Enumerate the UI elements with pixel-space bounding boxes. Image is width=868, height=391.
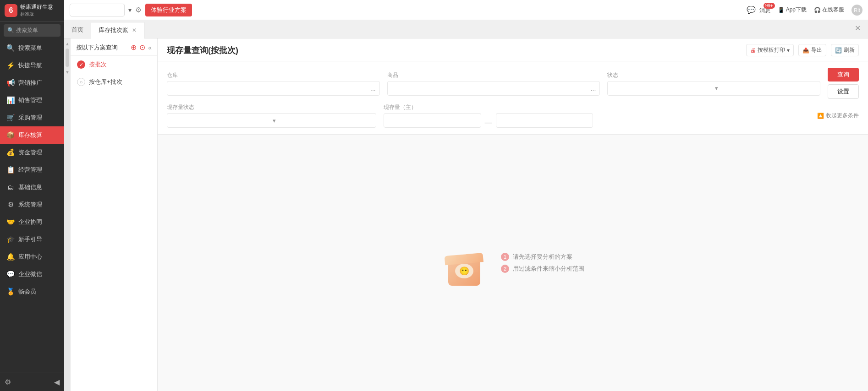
user-menu[interactable]: Rit bbox=[852, 5, 863, 16]
export-label: 导出 bbox=[811, 46, 822, 54]
stock-status-select[interactable]: ▾ bbox=[167, 113, 376, 128]
sidebar-item-basic[interactable]: 🗂基础信息 bbox=[0, 179, 64, 196]
print-dropdown-icon: ▾ bbox=[787, 47, 790, 54]
topbar-gear-icon[interactable]: ⚙ bbox=[135, 5, 142, 14]
scroll-down-btn[interactable]: ▼ bbox=[64, 69, 71, 75]
sidebar-item-appstore[interactable]: 🔔应用中心 bbox=[0, 248, 64, 266]
collapse-sidebar-icon[interactable]: ◀ bbox=[54, 378, 60, 386]
app-name: 畅康通好生意 bbox=[20, 4, 53, 11]
nav-label-shortcut: 快捷导航 bbox=[18, 61, 42, 70]
plan-item-by_wh_batch[interactable]: ○按仓库+批次 bbox=[71, 73, 157, 91]
topbar-dropdown-btn[interactable]: ▾ bbox=[128, 6, 132, 14]
sidebar-item-marketing[interactable]: 📢营销推广 bbox=[0, 74, 64, 92]
scroll-up-btn[interactable]: ▲ bbox=[64, 40, 71, 47]
online-service-btn[interactable]: 🎧 在线客服 bbox=[814, 6, 844, 14]
filter-area: 仓库 ... 商品 ... bbox=[158, 61, 868, 135]
nav-icon-marketing: 📢 bbox=[6, 79, 15, 87]
nav-icon-wechat: 💬 bbox=[6, 270, 15, 278]
status-select[interactable]: ▾ bbox=[607, 81, 820, 96]
settings-footer-icon[interactable]: ⚙ bbox=[5, 378, 11, 386]
product-dots-btn[interactable]: ... bbox=[591, 85, 596, 92]
warehouse-dots-btn[interactable]: ... bbox=[370, 85, 376, 92]
page-title: 现存量查询(按批次) bbox=[167, 45, 238, 56]
collapse-up-icon: 🔼 bbox=[817, 113, 824, 119]
close-panel-btn[interactable]: ✕ bbox=[855, 24, 861, 33]
nav-icon-search: 🔍 bbox=[6, 44, 15, 52]
left-panel-header: 按以下方案查询 ⊕ ⊙ « bbox=[71, 38, 157, 56]
sidebar-search[interactable]: 🔍 搜索菜单 bbox=[4, 24, 60, 37]
sidebar-item-system[interactable]: ⚙系统管理 bbox=[0, 196, 64, 213]
query-button[interactable]: 查询 bbox=[828, 68, 859, 81]
app-download-btn[interactable]: 📱 App下载 bbox=[778, 6, 807, 14]
sidebar-item-sales[interactable]: 📊销售管理 bbox=[0, 92, 64, 109]
left-panel: 按以下方案查询 ⊕ ⊙ « ✓按批次○按仓库+批次 bbox=[71, 38, 158, 391]
topbar-right: 💬 99+ 消息 📱 App下载 🎧 在线客服 Rit bbox=[747, 5, 863, 16]
hint-num-2: 2 bbox=[501, 265, 509, 273]
settings-button[interactable]: 设置 bbox=[828, 84, 859, 99]
box-face: 😶 bbox=[455, 264, 473, 278]
main-area: ▾ ⚙ 体验行业方案 💬 99+ 消息 📱 App下载 🎧 在线客服 Rit bbox=[64, 0, 868, 391]
warehouse-input[interactable] bbox=[171, 85, 368, 92]
nav-label-search: 搜索菜单 bbox=[18, 44, 42, 52]
product-label: 商品 bbox=[387, 71, 600, 79]
nav-label-member: 畅会员 bbox=[18, 288, 36, 296]
filter-action-btns: 查询 设置 bbox=[828, 68, 859, 99]
sidebar-item-purchase[interactable]: 🛒采购管理 bbox=[0, 109, 64, 126]
status-filter-group: 状态 ▾ bbox=[607, 71, 820, 96]
empty-state: 😶 1 请先选择要分析的方案 2 用过滤条件来缩小分析范围 bbox=[158, 135, 868, 391]
settings-plan-icon[interactable]: ⊙ bbox=[139, 43, 145, 52]
nav-label-wechat: 企业微信 bbox=[18, 270, 42, 278]
refresh-btn[interactable]: 🔄 刷新 bbox=[831, 44, 859, 56]
sidebar-item-newbie[interactable]: 🎓新手引导 bbox=[0, 231, 64, 248]
stock-status-label: 现存量状态 bbox=[167, 103, 376, 111]
product-input[interactable] bbox=[391, 85, 589, 92]
sidebar-logo: 6 bbox=[5, 4, 17, 17]
plan-label-by_batch: 按批次 bbox=[89, 60, 107, 69]
print-icon: 🖨 bbox=[750, 47, 756, 54]
sidebar-item-wechat[interactable]: 💬企业微信 bbox=[0, 266, 64, 283]
nav-label-basic: 基础信息 bbox=[18, 183, 42, 191]
search-icon: 🔍 bbox=[7, 27, 14, 33]
tab-close-inventory[interactable]: ✕ bbox=[132, 27, 137, 33]
sidebar-item-inventory[interactable]: 📦库存核算 bbox=[0, 126, 64, 144]
tabbar: 首页库存批次账✕✕ bbox=[64, 20, 868, 38]
print-btn[interactable]: 🖨 按模板打印 ▾ bbox=[746, 44, 794, 56]
phone-icon: 📱 bbox=[778, 7, 785, 13]
tab-inventory[interactable]: 库存批次账✕ bbox=[91, 22, 144, 38]
nav-icon-sales: 📊 bbox=[6, 96, 15, 104]
sidebar-item-search[interactable]: 🔍搜索菜单 bbox=[0, 39, 64, 57]
refresh-icon: 🔄 bbox=[835, 47, 842, 54]
stock-qty-filter-group: 现存量（主） — bbox=[384, 103, 593, 128]
plan-item-by_batch[interactable]: ✓按批次 bbox=[71, 56, 157, 73]
status-chevron-icon: ▾ bbox=[715, 85, 816, 92]
tab-home[interactable]: 首页 bbox=[64, 22, 91, 38]
stock-qty-label: 现存量（主） bbox=[384, 103, 593, 111]
status-label: 状态 bbox=[607, 71, 820, 79]
sidebar-item-operation[interactable]: 📋经营管理 bbox=[0, 161, 64, 179]
stock-qty-min-wrap bbox=[384, 113, 481, 128]
collapse-label: 收起更多条件 bbox=[826, 112, 859, 119]
nav-label-purchase: 采购管理 bbox=[18, 114, 42, 122]
topbar-left: ▾ ⚙ 体验行业方案 bbox=[70, 4, 742, 16]
message-btn[interactable]: 💬 99+ 消息 bbox=[747, 5, 770, 15]
nav-label-marketing: 营销推广 bbox=[18, 79, 42, 87]
nav-icon-member: 🏅 bbox=[6, 288, 15, 296]
sidebar-item-member[interactable]: 🏅畅会员 bbox=[0, 283, 64, 300]
stock-qty-min-input[interactable] bbox=[388, 117, 477, 124]
sidebar-item-finance[interactable]: 💰资金管理 bbox=[0, 144, 64, 161]
collapse-panel-icon[interactable]: « bbox=[148, 44, 152, 51]
tab-label-inventory: 库存批次账 bbox=[99, 26, 128, 34]
export-icon: 📤 bbox=[802, 47, 809, 54]
export-btn[interactable]: 📤 导出 bbox=[798, 44, 826, 56]
trial-button[interactable]: 体验行业方案 bbox=[145, 4, 192, 16]
topbar: ▾ ⚙ 体验行业方案 💬 99+ 消息 📱 App下载 🎧 在线客服 Rit bbox=[64, 0, 868, 20]
sidebar-item-collab[interactable]: 🤝企业协同 bbox=[0, 213, 64, 231]
stock-qty-max-input[interactable] bbox=[500, 117, 589, 124]
content-area: ▲ ▼ 按以下方案查询 ⊕ ⊙ « ✓按批次○按仓库+批次 现存量查询(按批次) bbox=[64, 38, 868, 391]
sidebar-item-shortcut[interactable]: ⚡快捷导航 bbox=[0, 57, 64, 74]
add-plan-icon[interactable]: ⊕ bbox=[131, 43, 137, 52]
topbar-search-input[interactable] bbox=[70, 4, 125, 16]
collapse-filters-btn[interactable]: 🔼 收起更多条件 bbox=[817, 112, 859, 119]
nav-label-inventory: 库存核算 bbox=[18, 131, 42, 139]
left-panel-title: 按以下方案查询 bbox=[76, 43, 118, 52]
